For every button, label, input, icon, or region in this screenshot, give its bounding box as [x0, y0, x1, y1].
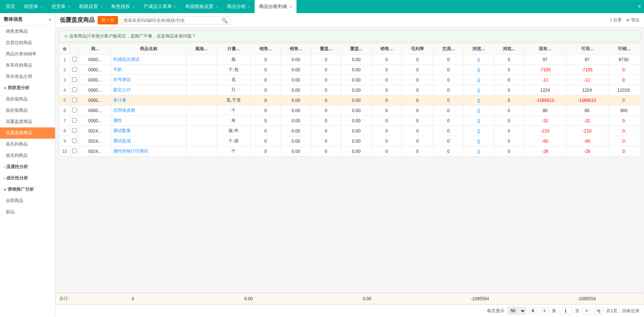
row-code: 0000...	[79, 116, 111, 126]
row-col4: 0.00	[341, 95, 372, 106]
row-checkbox[interactable]	[70, 106, 79, 116]
row-checkbox[interactable]	[70, 65, 79, 75]
per-page-select[interactable]: 50 100 200	[507, 307, 526, 315]
row-col7: 0	[433, 126, 464, 136]
row-name[interactable]: 眼宝公仔	[111, 85, 186, 95]
sidebar-item-new-goods[interactable]: 新品	[0, 206, 55, 218]
sidebar-item-low-value[interactable]: 低价值商品	[0, 105, 55, 116]
row-browse1[interactable]: 0	[464, 106, 494, 116]
sidebar-item-high-profit[interactable]: 高毛利商品	[0, 139, 55, 150]
close-icon[interactable]: ×	[216, 4, 218, 9]
row-col2: 0.00	[281, 85, 311, 95]
sidebar-item-traded-goods[interactable]: 交易过的商品	[0, 37, 55, 48]
row-browse1[interactable]: 0	[464, 95, 494, 106]
page-number-input[interactable]	[559, 307, 572, 314]
sidebar-item-low-coverage[interactable]: 低覆盖度商品	[0, 127, 55, 139]
sidebar-item-high-value[interactable]: 高价值商品	[0, 94, 55, 105]
row-checkbox[interactable]	[70, 95, 79, 106]
nav-tab-warehouse[interactable]: 产成品入库单 ×	[139, 0, 181, 13]
row-name[interactable]: 符号测试	[111, 75, 186, 85]
sidebar-item-low-profit[interactable]: 低毛利商品	[0, 150, 55, 161]
row-name[interactable]: 测试提成	[111, 136, 186, 146]
row-browse2: 0	[494, 116, 524, 126]
close-icon[interactable]: ×	[132, 4, 134, 9]
row-browse1[interactable]: 0	[464, 116, 494, 126]
row-checkbox[interactable]	[70, 126, 79, 136]
row-browse1[interactable]: 0	[464, 146, 494, 156]
row-name[interactable]: 旺辅批次测试	[111, 55, 186, 65]
sidebar-item-high-coverage[interactable]: 高覆盖度商品	[0, 116, 55, 127]
nav-tab-purchase[interactable]: 进货单 ×	[47, 0, 74, 13]
row-checkbox[interactable]	[70, 55, 79, 65]
sidebar-item-category-rate[interactable]: 商品分类动销率	[0, 48, 55, 60]
next-page-button[interactable]: >	[582, 307, 591, 314]
row-browse1[interactable]: 0	[464, 55, 494, 65]
row-col2: 0.00	[281, 95, 311, 106]
sidebar-item-stocked-goods[interactable]: 有库存的商品	[0, 60, 55, 71]
main-layout: 整体信息 « 销售类商品 交易过的商品 商品分类动销率 有库存的商品 库存资金占…	[0, 13, 644, 317]
row-browse1[interactable]: 0	[464, 126, 494, 136]
row-col1: 0	[251, 55, 281, 65]
row-checkbox[interactable]	[70, 116, 79, 126]
row-browse2: 0	[494, 136, 524, 146]
nav-tab-sales[interactable]: 销货单 ×	[20, 0, 47, 13]
sidebar-section-marketing[interactable]: ∨ 营销推广分析	[0, 184, 55, 195]
sidebar-section-cluster[interactable]: ∨ 类群度分析	[0, 82, 55, 94]
row-browse1[interactable]: 0	[464, 65, 494, 75]
row-name[interactable]: 测试数量	[111, 126, 186, 136]
footer-label: 合计:	[59, 296, 69, 302]
export-button[interactable]: ⟳ 导出	[626, 17, 640, 23]
row-col2: 0.00	[281, 116, 311, 126]
row-col1: 0	[251, 95, 281, 106]
nav-tab-home[interactable]: 首页	[1, 0, 20, 13]
prev-page-button[interactable]: <	[541, 307, 549, 314]
share-button[interactable]: ⤴ 分享	[610, 17, 622, 23]
row-checkbox[interactable]	[70, 75, 79, 85]
first-page-button[interactable]: K	[529, 307, 538, 314]
search-icon[interactable]: 🔍	[221, 17, 228, 23]
table-wrapper[interactable]: ⚙ 商... 商品名称 规格... 计量... 销售... 销售... 覆盖..…	[59, 43, 640, 293]
row-col7: 0	[433, 85, 464, 95]
sidebar-section-flow[interactable]: › 流通性分析	[0, 161, 55, 173]
row-browse1[interactable]: 0	[464, 75, 494, 85]
row-checkbox[interactable]	[70, 85, 79, 95]
row-browse1[interactable]: 0	[464, 136, 494, 146]
row-avail: -28	[566, 146, 608, 156]
sidebar-collapse-button[interactable]: «	[48, 16, 51, 22]
row-name[interactable]: 多计量	[111, 95, 186, 106]
row-col1: 0	[251, 106, 281, 116]
row-col5: 0	[372, 65, 402, 75]
close-icon[interactable]: ×	[174, 4, 176, 9]
close-icon[interactable]: ×	[100, 4, 102, 9]
nav-tab-template[interactable]: 单据模板设置 ×	[181, 0, 222, 13]
close-icon[interactable]: ×	[68, 4, 70, 9]
sidebar-item-sales-goods[interactable]: 销售类商品	[0, 26, 55, 37]
row-name[interactable]: 属性	[111, 116, 186, 126]
row-name[interactable]: 属性价格打印测试	[111, 146, 186, 156]
nav-tab-analysis[interactable]: 商品分析 ×	[223, 0, 255, 13]
close-all-tabs-button[interactable]: ×	[638, 3, 641, 10]
row-spec	[186, 55, 216, 65]
row-browse1[interactable]: 0	[464, 85, 494, 95]
search-input[interactable]	[123, 18, 221, 23]
sidebar-section-growth[interactable]: › 成长性分析	[0, 173, 55, 184]
row-num: 7	[59, 116, 70, 126]
date-filter-button[interactable]: 近一月	[98, 16, 118, 24]
row-col7: 0	[433, 106, 464, 116]
row-name[interactable]: 牛奶	[111, 65, 186, 75]
last-page-button[interactable]: >|	[594, 307, 603, 314]
row-name[interactable]: 启用保质期	[111, 106, 186, 116]
row-checkbox[interactable]	[70, 136, 79, 146]
row-checkbox[interactable]	[70, 146, 79, 156]
close-icon[interactable]: ×	[290, 4, 292, 9]
nav-tab-analysis-list[interactable]: 商品分析列表 ×	[255, 0, 296, 13]
row-col6: 0	[402, 116, 433, 126]
sidebar-item-all-goods[interactable]: 全部商品	[0, 195, 55, 206]
close-icon[interactable]: ×	[40, 4, 43, 9]
nav-tab-permissions[interactable]: 权限设置 ×	[75, 0, 107, 13]
close-icon[interactable]: ×	[248, 4, 250, 9]
sidebar-item-stock-funds[interactable]: 库存资金占用	[0, 71, 55, 82]
col-settings[interactable]: ⚙	[59, 44, 70, 55]
col-sales1-header: 销售...	[251, 44, 281, 55]
nav-tab-roles[interactable]: 角色授权 ×	[107, 0, 139, 13]
